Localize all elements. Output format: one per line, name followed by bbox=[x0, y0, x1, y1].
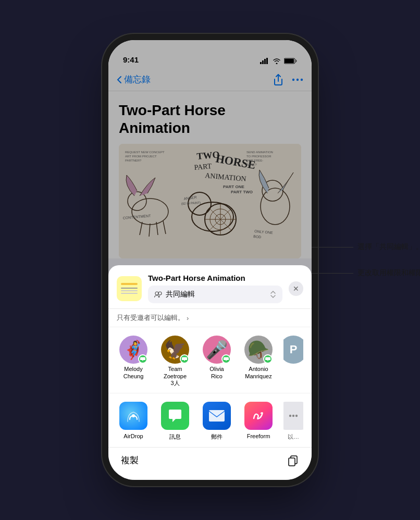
copy-button[interactable]: 複製 bbox=[121, 454, 139, 466]
collaborate-icon bbox=[154, 291, 163, 298]
freeform-symbol bbox=[251, 408, 266, 424]
bottom-bar: 複製 bbox=[108, 447, 312, 475]
person-antonio[interactable]: 🪖 AntonioManriquez bbox=[242, 336, 275, 387]
share-sheet: Two-Part Horse Animation 共同編輯 bbox=[108, 265, 312, 480]
annotation-text-1: 選擇「共同編輯」。 bbox=[357, 242, 420, 252]
person-name-olivia: OliviaRico bbox=[209, 366, 224, 379]
app-label-messages: 訊息 bbox=[169, 433, 181, 441]
permission-chevron: › bbox=[187, 314, 189, 322]
message-badge-olivia bbox=[221, 354, 231, 364]
people-row: 🦸‍♀️ MelodyCheung 🦅 Team Zoetrop bbox=[108, 327, 312, 393]
sheet-title-area: Two-Part Horse Animation 共同編輯 bbox=[148, 274, 282, 303]
close-button[interactable]: ✕ bbox=[289, 281, 303, 296]
app-label-freeform: Freeform bbox=[247, 433, 270, 439]
more-apps-icon bbox=[283, 402, 303, 430]
svg-point-46 bbox=[155, 292, 158, 295]
avatar-melody: 🦸‍♀️ bbox=[119, 336, 147, 364]
app-mail[interactable]: 郵件 bbox=[200, 402, 233, 441]
annotation-1: 選擇「共同編輯」。 bbox=[312, 242, 420, 252]
svg-point-51 bbox=[292, 415, 294, 417]
person-team[interactable]: 🦅 Team Zoetrope3人 bbox=[158, 336, 192, 387]
message-badge-team bbox=[180, 354, 189, 364]
app-label-mail: 郵件 bbox=[211, 433, 223, 441]
permission-text: 只有受邀者可以編輯。 bbox=[117, 313, 184, 323]
avatar-olivia: 🎤 bbox=[203, 336, 231, 364]
app-messages[interactable]: 訊息 bbox=[158, 402, 192, 441]
mail-icon bbox=[203, 402, 231, 430]
airdrop-icon bbox=[119, 402, 147, 430]
svg-rect-49 bbox=[209, 410, 225, 422]
avatar-antonio: 🪖 bbox=[244, 336, 273, 364]
airdrop-symbol bbox=[126, 408, 141, 424]
avatar-team: 🦅 bbox=[161, 336, 189, 364]
message-badge-melody bbox=[138, 354, 147, 364]
messages-icon bbox=[161, 402, 189, 430]
svg-point-50 bbox=[289, 415, 291, 417]
annotation-line-2 bbox=[312, 273, 353, 274]
freeform-icon bbox=[244, 402, 273, 430]
person-melody[interactable]: 🦸‍♀️ MelodyCheung bbox=[117, 336, 150, 387]
annotation-2: 更改取用權限和權限。 bbox=[312, 268, 420, 278]
collaborate-button[interactable]: 共同編輯 bbox=[148, 286, 282, 303]
svg-point-52 bbox=[295, 415, 298, 417]
person-olivia[interactable]: 🎤 OliviaRico bbox=[200, 336, 233, 387]
svg-point-47 bbox=[158, 292, 162, 295]
app-label-more: 以… bbox=[288, 433, 299, 441]
messages-symbol bbox=[167, 408, 183, 423]
annotation-text-2: 更改取用權限和權限。 bbox=[357, 268, 420, 278]
person-name-team: Team Zoetrope3人 bbox=[158, 366, 192, 387]
copy-icon[interactable] bbox=[287, 454, 299, 466]
avatar-partial: P bbox=[283, 336, 303, 364]
permission-line[interactable]: 只有受邀者可以編輯。 › bbox=[108, 309, 312, 327]
person-partial: P bbox=[283, 336, 303, 387]
apps-row: AirDrop 訊息 bbox=[108, 393, 312, 447]
chevron-updown-icon bbox=[270, 290, 276, 299]
mail-symbol bbox=[208, 410, 225, 422]
message-badge-antonio bbox=[263, 354, 273, 364]
app-label-airdrop: AirDrop bbox=[123, 433, 143, 439]
more-symbol bbox=[287, 410, 300, 422]
person-name-melody: MelodyCheung bbox=[123, 366, 144, 379]
app-airdrop[interactable]: AirDrop bbox=[117, 402, 150, 441]
note-icon bbox=[117, 276, 142, 301]
app-more[interactable]: 以… bbox=[283, 402, 303, 441]
collaborate-label: 共同編輯 bbox=[166, 290, 195, 299]
annotation-line-1 bbox=[312, 247, 353, 247]
sheet-header: Two-Part Horse Animation 共同編輯 bbox=[108, 265, 312, 309]
svg-rect-54 bbox=[289, 458, 295, 466]
person-name-antonio: AntonioManriquez bbox=[245, 366, 271, 379]
app-freeform[interactable]: Freeform bbox=[242, 402, 275, 441]
annotations: 選擇「共同編輯」。 更改取用權限和權限。 bbox=[312, 242, 420, 278]
sheet-note-title: Two-Part Horse Animation bbox=[148, 274, 282, 282]
phone-frame: 9:41 bbox=[108, 40, 312, 480]
